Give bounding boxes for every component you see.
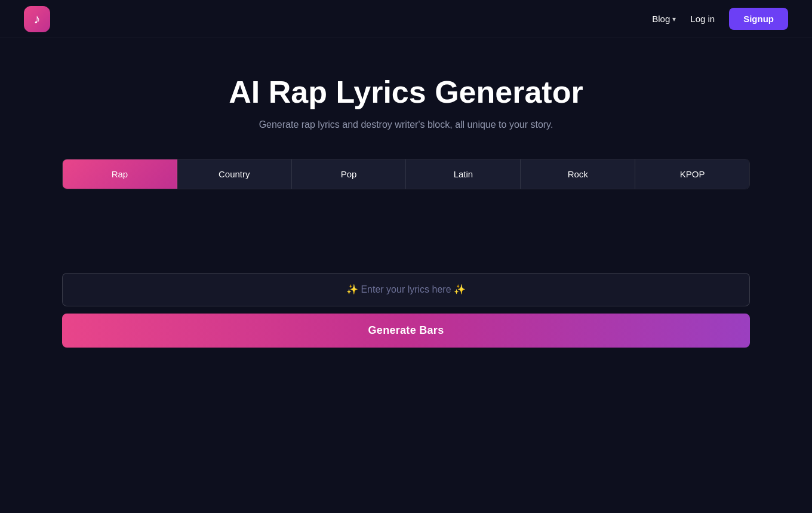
logo: ♪ bbox=[24, 6, 50, 32]
genre-tab-country[interactable]: Country bbox=[177, 159, 292, 189]
chevron-down-icon: ▾ bbox=[672, 15, 676, 23]
logo-icon: ♪ bbox=[24, 6, 50, 32]
genre-tab-rap[interactable]: Rap bbox=[63, 159, 177, 189]
main-content: AI Rap Lyrics Generator Generate rap lyr… bbox=[0, 38, 812, 348]
blog-button[interactable]: Blog ▾ bbox=[652, 14, 676, 24]
nav-right: Blog ▾ Log in Signup bbox=[652, 8, 788, 30]
genre-tabs: RapCountryPopLatinRockKPOP bbox=[62, 159, 750, 189]
genre-tab-latin[interactable]: Latin bbox=[406, 159, 521, 189]
genre-tab-kpop[interactable]: KPOP bbox=[635, 159, 749, 189]
lyrics-input-wrapper bbox=[62, 273, 750, 306]
genre-tab-pop[interactable]: Pop bbox=[292, 159, 407, 189]
page-subtitle: Generate rap lyrics and destroy writer's… bbox=[259, 119, 553, 130]
blog-label: Blog bbox=[652, 14, 670, 24]
lyrics-input[interactable] bbox=[63, 274, 749, 306]
navbar: ♪ Blog ▾ Log in Signup bbox=[0, 0, 812, 38]
music-note-icon: ♪ bbox=[34, 11, 41, 27]
login-button[interactable]: Log in bbox=[690, 14, 715, 24]
genre-tab-rock[interactable]: Rock bbox=[521, 159, 635, 189]
signup-button[interactable]: Signup bbox=[729, 8, 788, 30]
page-title: AI Rap Lyrics Generator bbox=[229, 74, 583, 110]
generate-bars-button[interactable]: Generate Bars bbox=[62, 314, 750, 348]
